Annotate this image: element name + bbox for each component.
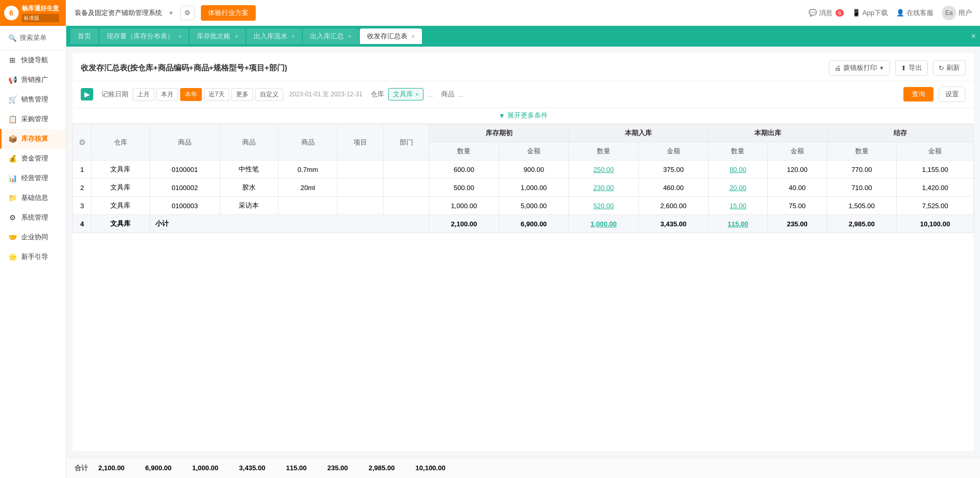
th-in-qty: 数量	[568, 142, 638, 161]
logo-badge: 标准版	[22, 14, 59, 22]
expand-more-label: 展开更多条件	[507, 111, 548, 120]
date-btn-this-month[interactable]: 本月	[156, 88, 178, 101]
out-qty-link[interactable]: 15.00	[729, 202, 747, 210]
tab-batch[interactable]: 库存批次账 ×	[189, 28, 245, 44]
row-out-qty[interactable]: 20.00	[708, 179, 767, 197]
th-out: 本期出库	[708, 124, 827, 142]
row-out-qty[interactable]: 80.00	[708, 161, 767, 179]
th-open-qty: 数量	[429, 142, 499, 161]
sidebar-item-company[interactable]: 🤝 企业协同	[0, 227, 66, 247]
row-open-qty: 600.00	[429, 161, 499, 179]
row-in-qty[interactable]: 230.00	[568, 179, 638, 197]
date-btn-last-month[interactable]: 上月	[133, 88, 154, 101]
sidebar-item-sales[interactable]: 🛒 销售管理	[0, 90, 66, 109]
sidebar-item-finance[interactable]: 💰 资金管理	[0, 149, 66, 168]
row-department	[383, 197, 429, 215]
date-btn-7days[interactable]: 近7天	[204, 88, 229, 101]
date-btn-custom[interactable]: 自定义	[255, 88, 283, 101]
in-qty-link[interactable]: 520.00	[593, 202, 614, 210]
print-icon: 🖨	[835, 64, 841, 72]
warehouse-more-btn[interactable]: ...	[428, 91, 433, 98]
refresh-label: 刷新	[946, 63, 960, 73]
tab-in-out-summary-label: 出入库汇总	[310, 32, 344, 41]
settings-button[interactable]: ⚙	[180, 6, 195, 20]
sidebar-item-purchase[interactable]: 📋 采购管理	[0, 109, 66, 129]
tab-close-icon[interactable]: ×	[412, 33, 415, 39]
row-open-qty: 1,000.00	[429, 197, 499, 215]
tab-close-icon[interactable]: ×	[178, 33, 181, 39]
row-in-qty[interactable]: 520.00	[568, 197, 638, 215]
date-btn-more[interactable]: 更多	[231, 88, 253, 101]
finance-icon: 💰	[8, 154, 17, 163]
tab-stock-dist[interactable]: 现存量（库存分布表） ×	[99, 28, 188, 44]
company-icon: 🤝	[8, 233, 17, 242]
out-qty-link[interactable]: 80.00	[729, 166, 747, 173]
row-out-amt: 40.00	[768, 179, 827, 197]
goods-more-btn[interactable]: ...	[458, 91, 463, 98]
tab-recv-send-label: 收发存汇总表	[367, 32, 407, 41]
app-download-button[interactable]: 📱 App下载	[852, 8, 888, 18]
page-title: 收发存汇总表(按仓库+商品编码+商品+规格型号+项目+部门)	[81, 63, 287, 73]
th-goods-name: 商品	[220, 124, 278, 161]
tab-home[interactable]: 首页	[70, 28, 98, 44]
user-button[interactable]: Ea 用户	[942, 6, 972, 20]
refresh-icon: ↻	[939, 64, 944, 72]
download-icon: 📱	[852, 9, 860, 17]
subtotal-open-amt: 6,900.00	[499, 215, 569, 233]
in-qty-link[interactable]: 230.00	[593, 184, 614, 192]
warehouse-tag-close[interactable]: ×	[415, 91, 418, 97]
date-btn-this-year[interactable]: 本年	[180, 88, 202, 101]
close-all-tabs-button[interactable]: ×	[971, 32, 976, 41]
settings-filter-button[interactable]: 设置	[939, 86, 966, 102]
filter-bar: ▶ 记账日期 上月 本月 本年 近7天 更多 自定义 2023-01-01 至 …	[72, 81, 974, 108]
tab-in-out-flow-label: 出入库流水	[254, 32, 287, 41]
guide-icon: 🌟	[8, 252, 17, 262]
experience-button[interactable]: 体验行业方案	[201, 5, 256, 21]
row-goods-code: 0100003	[150, 197, 220, 215]
online-service-button[interactable]: 👤 在线客服	[896, 8, 933, 18]
out-qty-link[interactable]: 20.00	[729, 184, 747, 192]
table-settings-button[interactable]: ⚙	[79, 138, 85, 147]
total-open-qty: 2,100.00	[98, 464, 125, 472]
export-button[interactable]: ⬆ 导出	[895, 60, 928, 76]
sidebar-item-operation[interactable]: 📊 经营管理	[0, 168, 66, 188]
tab-close-icon[interactable]: ×	[348, 33, 351, 39]
th-bal-qty: 数量	[827, 142, 897, 161]
user-label: 用户	[958, 8, 972, 18]
total-out-qty: 115.00	[286, 464, 306, 472]
search-menu-button[interactable]: 🔍 搜索菜单	[4, 30, 62, 46]
print-label: 拨镜板打印	[843, 63, 877, 73]
row-goods-name: 胶水	[220, 179, 278, 197]
sidebar-item-marketing[interactable]: 📢 营销推广	[0, 70, 66, 90]
subtotal-out-qty-link[interactable]: 115.00	[728, 220, 749, 228]
row-in-qty[interactable]: 250.00	[568, 161, 638, 179]
tab-close-icon[interactable]: ×	[291, 33, 295, 39]
row-open-amt: 5,000.00	[499, 197, 569, 215]
query-button[interactable]: 查询	[903, 87, 933, 102]
sidebar-item-guide[interactable]: 🌟 新手引导	[0, 247, 66, 267]
filter-expand-button[interactable]: ▶	[81, 88, 93, 100]
total-bal-amt: 10,100.00	[416, 464, 446, 472]
sidebar-item-basic[interactable]: 📁 基础信息	[0, 188, 66, 208]
row-project	[338, 197, 384, 215]
tab-in-out-flow[interactable]: 出入库流水 ×	[246, 28, 302, 44]
expand-more-button[interactable]: ▼ 展开更多条件	[499, 111, 548, 120]
subtotal-in-qty-link[interactable]: 1,000.00	[591, 220, 617, 228]
search-menu-label: 搜索菜单	[20, 33, 47, 42]
message-button[interactable]: 💬 消息 6	[809, 8, 844, 18]
operation-icon: 📊	[8, 173, 17, 183]
row-out-qty[interactable]: 15.00	[708, 197, 767, 215]
sidebar-item-system[interactable]: ⚙ 系统管理	[0, 208, 66, 227]
page-content: 收发存汇总表(按仓库+商品编码+商品+规格型号+项目+部门) 🖨 拨镜板打印 ▼…	[66, 47, 980, 457]
tab-recv-send[interactable]: 收发存汇总表 ×	[360, 28, 422, 44]
in-qty-link[interactable]: 250.00	[593, 166, 614, 173]
dropdown-icon: ▼	[168, 10, 174, 16]
subtotal-bal-qty: 2,985.00	[827, 215, 897, 233]
sidebar-item-label: 采购管理	[21, 114, 48, 124]
refresh-button[interactable]: ↻ 刷新	[933, 60, 966, 76]
tab-close-icon[interactable]: ×	[235, 33, 238, 39]
sidebar-item-quick-nav[interactable]: ⊞ 快捷导航	[0, 50, 66, 70]
tab-in-out-summary[interactable]: 出入库汇总 ×	[303, 28, 358, 44]
print-button[interactable]: 🖨 拨镜板打印 ▼	[829, 60, 890, 76]
sidebar-item-inventory[interactable]: 📦 库存核算	[0, 129, 66, 149]
